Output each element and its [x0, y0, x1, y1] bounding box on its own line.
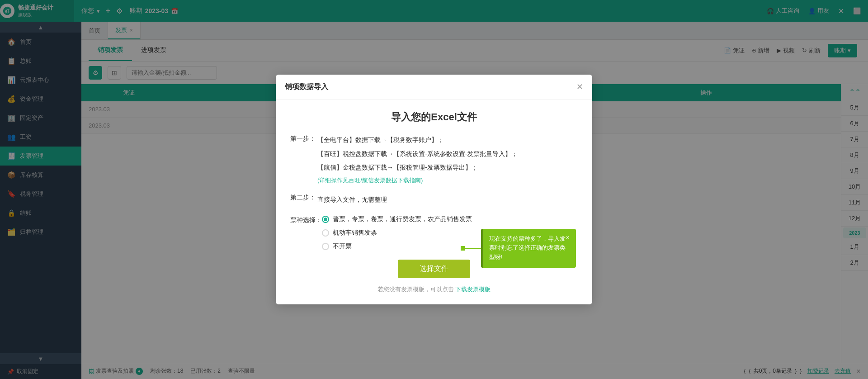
radio-normal[interactable]: 普票，专票，卷票，通行费发票，农产品销售发票 [322, 215, 472, 223]
radio-motor-circle [322, 229, 329, 237]
modal-footer: 若您没有发票模版，可以点击 下载发票模版 [290, 285, 578, 294]
step1-line3: 【航信】金税盘数据下载→【报税管理-发票数据导出】； [317, 162, 518, 172]
tooltip-text: 现在支持的票种多了，导入发票时别忘了选择正确的发票类型呀! [489, 235, 566, 261]
step2-section: 第二步： 直接导入文件，无需整理 [290, 194, 578, 206]
download-template-link[interactable]: 下载发票模版 [455, 286, 491, 293]
radio-motor[interactable]: 机动车销售发票 [322, 229, 472, 237]
tooltip-close-btn[interactable]: × [566, 234, 570, 241]
radio-normal-label: 普票，专票，卷票，通行费发票，农产品销售发票 [333, 215, 472, 223]
tooltip-accent-bar [481, 229, 483, 268]
select-file-btn[interactable]: 选择文件 [398, 260, 470, 278]
radio-noticket-circle [322, 243, 329, 250]
radio-noticket[interactable]: 不开票 [322, 242, 472, 251]
modal-overlay: 销项数据导入 ✕ 导入您的Excel文件 第一步： 【全电平台】数据下载→【税务… [0, 0, 868, 379]
modal-main-title: 导入您的Excel文件 [290, 110, 578, 124]
modal-body: 导入您的Excel文件 第一步： 【全电平台】数据下载→【税务数字账户】； 【百… [276, 99, 592, 304]
radio-container: 普票，专票，卷票，通行费发票，农产品销售发票 机动车销售发票 不开票 [322, 215, 472, 251]
step1-line2: 【百旺】税控盘数据下载→【系统设置-系统参数设置-发票批量导入】； [317, 149, 518, 159]
step1-section: 第一步： 【全电平台】数据下载→【税务数字账户】； 【百旺】税控盘数据下载→【系… [290, 135, 578, 184]
ticket-label: 票种选择： [290, 215, 322, 224]
step1-link-container: (详细操作见百旺/航信发票数据下载指南) [317, 176, 518, 185]
radio-motor-label: 机动车销售发票 [333, 229, 377, 237]
radio-noticket-label: 不开票 [333, 242, 352, 251]
radio-normal-inner [324, 218, 327, 221]
step1-line1: 【全电平台】数据下载→【税务数字账户】； [317, 135, 518, 145]
tooltip-box: × 现在支持的票种多了，导入发票时别忘了选择正确的发票类型呀! [481, 229, 576, 268]
tooltip-line-dot [461, 246, 481, 251]
ticket-section: 票种选择： 普票，专票，卷票，通行费发票，农产品销售发票 机动车销售发票 [290, 215, 578, 251]
step1-link[interactable]: (详细操作见百旺/航信发票数据下载指南) [317, 177, 423, 184]
tooltip-dot [461, 246, 465, 251]
modal-header: 销项数据导入 ✕ [276, 75, 592, 99]
tooltip-connector [465, 248, 481, 249]
modal-title: 销项数据导入 [285, 82, 328, 92]
tooltip-area: × 现在支持的票种多了，导入发票时别忘了选择正确的发票类型呀! [461, 229, 576, 268]
modal-close-btn[interactable]: ✕ [576, 82, 583, 92]
step2-label: 第二步： [290, 194, 317, 202]
radio-normal-circle [322, 216, 329, 223]
import-modal: 销项数据导入 ✕ 导入您的Excel文件 第一步： 【全电平台】数据下载→【税务… [276, 75, 592, 304]
step1-label: 第一步： [290, 135, 317, 180]
step2-text: 直接导入文件，无需整理 [317, 196, 387, 204]
footer-text: 若您没有发票模版，可以点击 [377, 286, 454, 293]
